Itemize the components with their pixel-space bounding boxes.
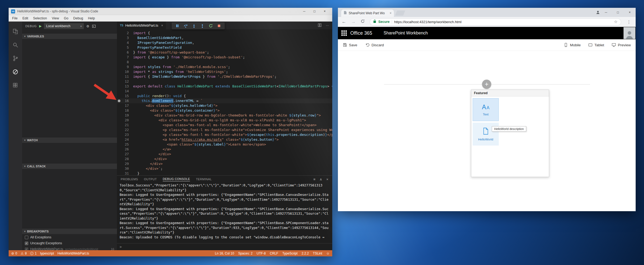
checkbox[interactable]: ✓ <box>25 248 28 250</box>
error-count[interactable]: ⊘0 <box>11 252 17 255</box>
explorer-icon[interactable] <box>9 25 22 38</box>
tab-terminal[interactable]: TERMINAL <box>196 178 212 181</box>
address-bar[interactable]: Secure https://localhost:4321/temp/workb… <box>370 18 621 26</box>
section-watch[interactable]: ▾WATCH <box>22 137 117 143</box>
eol[interactable]: CRLF <box>270 252 278 255</box>
menu-edit[interactable]: Edit <box>20 16 31 20</box>
linter[interactable]: TSLint <box>313 252 322 255</box>
debug-console-icon[interactable] <box>92 24 96 28</box>
preview-button[interactable]: Preview <box>612 43 631 47</box>
start-debugging-icon[interactable]: ▶ <box>39 24 41 28</box>
office-365-brand[interactable]: Office 365 <box>350 30 372 36</box>
split-editor-icon[interactable] <box>318 23 322 28</box>
section-call-stack[interactable]: ▾CALL STACK <box>22 164 117 169</box>
maximize-icon[interactable]: □ <box>309 9 320 13</box>
menu-view[interactable]: View <box>49 16 61 20</box>
app-launcher-waffle-icon[interactable] <box>338 27 350 39</box>
tablet-button[interactable]: Tablet <box>588 43 604 47</box>
menu-selection[interactable]: Selection <box>31 16 49 20</box>
bookmark-star-icon[interactable]: ☆ <box>614 19 618 24</box>
menu-debug[interactable]: Debug <box>71 16 86 20</box>
refresh-icon[interactable] <box>359 19 366 25</box>
section-variables[interactable]: ▾VARIABLES <box>22 34 117 39</box>
browser-menu-icon[interactable]: ⋮ <box>625 19 633 24</box>
language-indicator[interactable]: typescript <box>40 252 54 255</box>
workbench-command-bar: Save Discard Mobile Tablet <box>338 39 636 51</box>
page-favicon-icon <box>344 11 347 16</box>
code-line: 22 <p class="ms-font-l ms-fontColor-whit… <box>117 128 332 132</box>
webpart-item-text[interactable]: AA Text <box>473 98 499 121</box>
stop-icon[interactable] <box>217 24 221 28</box>
checkbox[interactable] <box>25 236 28 239</box>
menu-help[interactable]: Help <box>86 16 98 20</box>
indentation[interactable]: Spaces: 2 <box>238 252 252 255</box>
profile-icon[interactable] <box>596 10 600 16</box>
maximize-icon[interactable]: □ <box>612 8 624 17</box>
cursor-position[interactable]: Ln 16, Col 10 <box>215 252 234 255</box>
debug-icon[interactable] <box>9 65 22 79</box>
lock-icon <box>373 19 376 24</box>
minimize-icon[interactable]: ─ <box>600 8 612 17</box>
close-icon[interactable]: × <box>624 8 636 17</box>
gear-icon[interactable]: ⚙ <box>86 24 89 28</box>
filter-icon[interactable]: ≡ <box>313 177 316 181</box>
menu-file[interactable]: File <box>10 16 20 20</box>
extensions-icon[interactable] <box>9 79 22 92</box>
secure-label[interactable]: Secure <box>378 20 390 24</box>
more-actions-icon[interactable]: ⋯ <box>326 24 329 27</box>
encoding[interactable]: UTF-8 <box>257 252 266 255</box>
panel-tab-bar: PROBLEMS OUTPUT DEBUG CONSOLE TERMINAL ≡… <box>117 176 332 183</box>
restart-icon[interactable] <box>209 24 213 28</box>
warning-count[interactable]: ⚠8 <box>21 252 27 255</box>
info-count[interactable]: i1 <box>30 252 37 255</box>
tab-problems[interactable]: PROBLEMS <box>121 178 138 181</box>
prompt-icon: > <box>120 245 122 249</box>
tab-debug-console[interactable]: DEBUG CONSOLE <box>163 177 190 181</box>
forward-icon[interactable]: → <box>350 19 357 24</box>
chevron-up-icon[interactable]: ∧ <box>320 177 322 181</box>
minimize-icon[interactable]: ─ <box>299 9 309 13</box>
editor-tab[interactable]: TS HelloWorldWebPart.ts × <box>117 22 166 29</box>
step-into-icon[interactable] <box>192 24 196 28</box>
section-breakpoints[interactable]: ▾BREAKPOINTS <box>22 229 117 234</box>
debug-console-input[interactable]: > <box>117 243 332 250</box>
pause-icon[interactable] <box>175 24 179 28</box>
browser-tab[interactable]: SharePoint Web Part Wo × <box>341 9 394 17</box>
smiley-icon[interactable]: ☺ <box>326 252 330 255</box>
new-tab-button[interactable] <box>395 10 405 16</box>
browser-window: SharePoint Web Part Wo × ─ □ × ← → <box>338 8 636 211</box>
console-line: Beacon: Logged to UserEngagement with pr… <box>120 207 330 221</box>
menu-go[interactable]: Go <box>61 16 71 20</box>
checkbox[interactable]: ✓ <box>25 242 28 245</box>
mobile-button[interactable]: Mobile <box>564 43 581 47</box>
close-icon[interactable]: × <box>320 9 330 13</box>
code-line: 21 <span class="ms-font-xl ms-fontColor-… <box>117 123 332 128</box>
workbench-page: Office 365 SharePoint Workbench Save Dis… <box>338 27 636 211</box>
debug-console-output[interactable]: Toolbox.Success","Properties":"{\"appver… <box>117 183 332 243</box>
tab-output[interactable]: OUTPUT <box>144 178 157 181</box>
ts-version[interactable]: 2.2.2 <box>302 252 309 255</box>
step-over-icon[interactable] <box>183 24 188 28</box>
breakpoint-item[interactable]: All Exceptions <box>22 234 117 240</box>
breakpoint-dot[interactable] <box>118 100 120 102</box>
close-icon[interactable]: × <box>326 177 328 181</box>
debug-config-dropdown[interactable]: Local workbench ▾ <box>44 23 84 29</box>
step-out-icon[interactable] <box>200 24 205 28</box>
add-web-part-button[interactable]: + <box>482 80 491 89</box>
user-avatar[interactable] <box>624 27 635 39</box>
code-editor[interactable]: 2import {3 BaseClientSideWebPart,4 IProp… <box>117 29 332 175</box>
url-text[interactable]: https://localhost:4321/temp/workbench.ht… <box>394 20 612 24</box>
file-indicator[interactable]: HelloWorldWebPart.ts <box>57 252 89 255</box>
back-icon[interactable]: ← <box>341 19 347 24</box>
close-icon[interactable]: × <box>390 11 392 15</box>
close-icon[interactable]: × <box>161 24 163 27</box>
search-icon[interactable] <box>9 38 22 52</box>
language-mode[interactable]: TypeScript <box>282 252 298 255</box>
browser-tab-title: SharePoint Web Part Wo <box>349 11 385 15</box>
toolbox-header: Featured <box>471 90 549 97</box>
source-control-icon[interactable] <box>9 52 22 65</box>
discard-button[interactable]: Discard <box>365 43 384 47</box>
breakpoint-item[interactable]: ✓Uncaught Exceptions <box>22 240 117 246</box>
breakpoint-item[interactable]: ✓HelloWorldWebPart.tssrc\webparts\helloW… <box>22 246 117 250</box>
save-button[interactable]: Save <box>343 43 357 47</box>
